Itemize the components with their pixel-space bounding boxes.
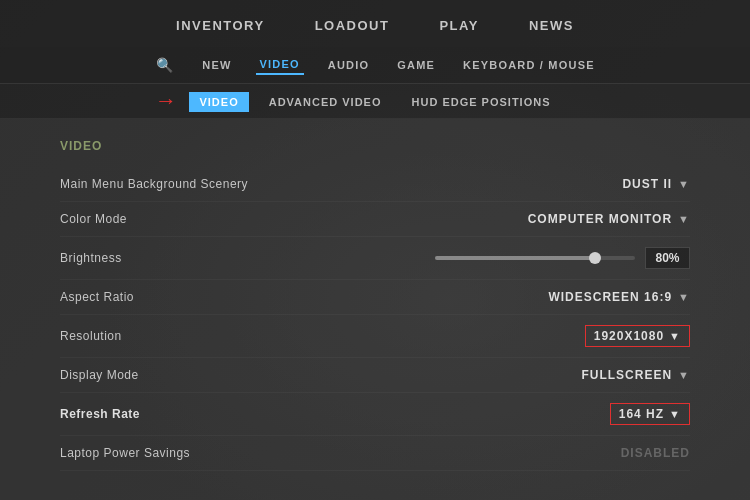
setting-row-main-menu-bg: Main Menu Background Scenery DUST II ▼ [60,167,690,202]
setting-row-resolution: Resolution 1920X1080 ▼ [60,315,690,358]
chevron-color-mode: ▼ [678,213,690,225]
setting-row-refresh-rate: Refresh Rate 164 HZ ▼ [60,393,690,436]
nav-item-news[interactable]: NEWS [529,14,574,37]
nav-item-loadout[interactable]: LOADOUT [315,14,390,37]
nav-item-inventory[interactable]: INVENTORY [176,14,265,37]
tab-new[interactable]: NEW [198,56,235,74]
chevron-refresh-rate: ▼ [669,408,681,420]
search-icon[interactable]: 🔍 [151,55,178,75]
setting-row-brightness: Brightness 80% [60,237,690,280]
brightness-slider-track[interactable] [435,256,635,260]
value-text-resolution: 1920X1080 [594,329,664,343]
label-resolution: Resolution [60,329,122,343]
sub-tab-advanced-video[interactable]: ADVANCED VIDEO [259,92,392,112]
value-aspect-ratio[interactable]: WIDESCREEN 16:9 ▼ [548,290,690,304]
setting-row-display-mode: Display Mode FULLSCREEN ▼ [60,358,690,393]
section-label: Video [60,139,690,153]
sub-tab-hud-edge[interactable]: HUD EDGE POSITIONS [402,92,561,112]
value-text-main-menu-bg: DUST II [622,177,672,191]
sub-tabs: → VIDEO ADVANCED VIDEO HUD EDGE POSITION… [0,84,750,119]
value-text-color-mode: COMPUTER MONITOR [528,212,672,226]
brightness-slider-thumb[interactable] [589,252,601,264]
setting-row-aspect-ratio: Aspect Ratio WIDESCREEN 16:9 ▼ [60,280,690,315]
label-laptop-power: Laptop Power Savings [60,446,190,460]
setting-row-color-mode: Color Mode COMPUTER MONITOR ▼ [60,202,690,237]
label-display-mode: Display Mode [60,368,139,382]
settings-area: Video Main Menu Background Scenery DUST … [0,119,750,500]
arrow-indicator: → [155,90,177,112]
value-resolution[interactable]: 1920X1080 ▼ [585,325,690,347]
chevron-display-mode: ▼ [678,369,690,381]
tab-keyboard-mouse[interactable]: KEYBOARD / MOUSE [459,56,599,74]
value-laptop-power: DISABLED [621,446,690,460]
label-aspect-ratio: Aspect Ratio [60,290,134,304]
sub-tab-video[interactable]: VIDEO [189,92,248,112]
chevron-aspect-ratio: ▼ [678,291,690,303]
label-refresh-rate: Refresh Rate [60,407,140,421]
brightness-slider-container: 80% [435,247,690,269]
chevron-resolution: ▼ [669,330,681,342]
label-color-mode: Color Mode [60,212,127,226]
value-text-aspect-ratio: WIDESCREEN 16:9 [548,290,672,304]
label-main-menu-bg: Main Menu Background Scenery [60,177,248,191]
value-main-menu-bg[interactable]: DUST II ▼ [622,177,690,191]
value-text-display-mode: FULLSCREEN [581,368,672,382]
value-refresh-rate[interactable]: 164 HZ ▼ [610,403,690,425]
top-nav: INVENTORY LOADOUT PLAY NEWS [0,0,750,47]
chevron-main-menu-bg: ▼ [678,178,690,190]
nav-item-play[interactable]: PLAY [439,14,478,37]
setting-row-laptop-power: Laptop Power Savings DISABLED [60,436,690,471]
value-text-refresh-rate: 164 HZ [619,407,664,421]
brightness-slider-fill [435,256,595,260]
value-color-mode[interactable]: COMPUTER MONITOR ▼ [528,212,690,226]
tab-audio[interactable]: AUDIO [324,56,373,74]
label-brightness: Brightness [60,251,122,265]
settings-tabs: 🔍 NEW VIDEO AUDIO GAME KEYBOARD / MOUSE [0,47,750,84]
tab-video[interactable]: VIDEO [256,55,304,75]
brightness-value: 80% [645,247,690,269]
tab-game[interactable]: GAME [393,56,439,74]
value-display-mode[interactable]: FULLSCREEN ▼ [581,368,690,382]
